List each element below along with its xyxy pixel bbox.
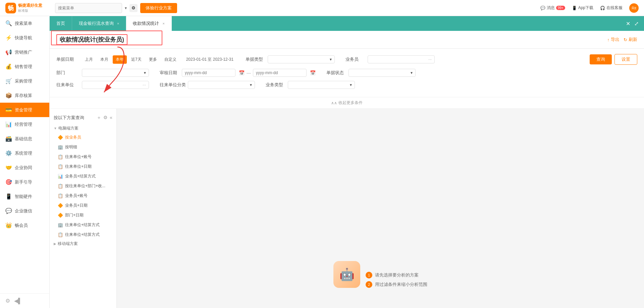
tab-home[interactable]: 首页	[50, 16, 72, 31]
tab-bank-flow-close[interactable]: ×	[117, 21, 119, 25]
review-date-label: 审核日期	[160, 70, 180, 76]
salesperson-select[interactable]: ···	[368, 55, 435, 63]
salesperson-account-icon: 📋	[58, 193, 63, 198]
dept-date-icon: 🔶	[58, 213, 63, 218]
partner-category-filter: 往来单位分类 ▾	[160, 81, 255, 89]
panel-add-button[interactable]: ＋	[97, 115, 101, 121]
tab-close-all-icon[interactable]: ✕	[626, 20, 630, 27]
sidebar-item-label: 基础信息	[15, 136, 32, 142]
partner-category-select[interactable]: ▾	[188, 81, 255, 89]
sidebar-item-cooperation[interactable]: 🤝 企业协同	[0, 160, 49, 175]
collapse-button[interactable]: ∧∧ 收起更多条件	[331, 100, 363, 106]
date-tab-this-month[interactable]: 本月	[97, 55, 111, 64]
panel-item-by-salesperson[interactable]: 🔶 按业务员	[50, 133, 116, 142]
search-input[interactable]	[55, 3, 122, 13]
collapse-area: ∧∧ 收起更多条件	[50, 97, 644, 109]
panel-item-partner-date[interactable]: 📋 往来单位+日期	[50, 162, 116, 171]
date-tab-7days[interactable]: 近7天	[128, 55, 145, 64]
sidebar-collapse-icon[interactable]: ◀▌	[14, 298, 22, 304]
main-content: 首页 现金银行流水查询 × 收款情况统计 × ✕ ⤢ 收款情况统计(按业务员) …	[50, 16, 644, 308]
panel-item-dept-date[interactable]: 🔶 部门+日期	[50, 210, 116, 220]
filter-row-3: 往来单位 ··· 往来单位分类 ▾ 业务类型 ▾	[56, 81, 637, 89]
doc-status-label: 单据状态	[326, 70, 346, 76]
query-button[interactable]: 查询	[590, 54, 612, 64]
partner-dept-icon: 📋	[58, 184, 63, 189]
export-button[interactable]: ↑ 导出	[607, 37, 620, 43]
tab-receipt-stats[interactable]: 收款情况统计 ×	[126, 16, 171, 31]
sidebar-item-label: 采购管理	[15, 78, 32, 84]
sales-icon: 💰	[5, 63, 12, 70]
tab-bank-flow[interactable]: 现金银行流水查询 ×	[72, 16, 126, 31]
sidebar-item-vip[interactable]: 👑 畅会员	[0, 218, 49, 233]
partner-settlement3-icon: 📋	[58, 232, 63, 237]
refresh-button[interactable]: ↻ 刷新	[624, 37, 637, 43]
sidebar-item-system[interactable]: ⚙️ 系统管理	[0, 146, 49, 160]
date-range-text: 2023-01-01 至 2023-12-31	[186, 57, 233, 62]
filter-row-2: 部门 ▾ 审核日期 📅 — 📅 单据状态 ▾	[56, 69, 637, 77]
review-date-to[interactable]	[253, 69, 307, 77]
doc-type-select[interactable]: ▾	[268, 55, 335, 63]
message-action[interactable]: 💬 消息 99+	[540, 5, 565, 11]
chevron-down-icon: ▼	[54, 126, 57, 130]
header-nav-dropdown[interactable]: ▾	[125, 6, 127, 10]
tab-receipt-stats-close[interactable]: ×	[162, 21, 164, 25]
date-tab-custom[interactable]: 自定义	[161, 55, 179, 64]
sidebar-item-basic-info[interactable]: 🗃️ 基础信息	[0, 132, 49, 146]
panel-item-salesperson-account[interactable]: 📋 业务员+账号	[50, 191, 116, 201]
doc-status-filter: 单据状态 ▾	[326, 69, 416, 77]
date-tab-more[interactable]: 更多	[146, 55, 160, 64]
partner-select[interactable]: ···	[82, 81, 149, 89]
page-title-bar: 收款情况统计(按业务员) ↑ 导出 ↻ 刷新	[50, 31, 644, 49]
panel-settings-button[interactable]: ⚙	[103, 115, 108, 121]
biz-type-select[interactable]: ▾	[288, 81, 355, 89]
sidebar-item-wechat[interactable]: 💬 企业微信	[0, 204, 49, 218]
calendar-icon-to[interactable]: 📅	[310, 70, 316, 75]
panel-item-sales-settlement[interactable]: 📊 业务员+结算方式	[50, 171, 116, 181]
app-download-action[interactable]: 📱 App下载	[572, 5, 593, 11]
panel-item-salesperson-date[interactable]: 🔶 业务员+日期	[50, 201, 116, 210]
panel-item-partner-settlement2[interactable]: 🏢 往来单位+结算方式	[50, 220, 116, 230]
panel-item-partner-settlement3[interactable]: 📋 往来单位+结算方式	[50, 230, 116, 240]
calendar-icon-from[interactable]: 📅	[239, 70, 245, 75]
sidebar-item-finance[interactable]: 💳 资金管理	[0, 103, 49, 117]
refresh-icon: ↻	[624, 37, 627, 42]
sidebar-item-label: 企业微信	[15, 208, 32, 214]
doc-type-filter: 单据类型 ▾	[246, 55, 335, 63]
tab-expand-icon[interactable]: ⤢	[634, 20, 639, 27]
sidebar-item-hardware[interactable]: 📱 智能硬件	[0, 189, 49, 204]
empty-hints: 1 请先选择要分析的方案 2 用过滤条件来缩小分析范围	[366, 272, 427, 288]
sidebar-item-inventory[interactable]: 📦 库存核算	[0, 88, 49, 103]
online-service-action[interactable]: 🎧 在线客服	[600, 5, 623, 11]
panel-item-partner-dept-receipt[interactable]: 📋 按往来单位+部门+收...	[50, 181, 116, 191]
sidebar-item-operations[interactable]: 📊 经营管理	[0, 117, 49, 132]
logo-icon: 畅	[5, 3, 16, 13]
hint-text-1: 请先选择要分析的方案	[375, 272, 419, 278]
sidebar-item-guide[interactable]: 🎯 新手引导	[0, 175, 49, 189]
sidebar-item-label: 快捷导航	[15, 35, 32, 41]
partner-more-btn[interactable]: ···	[143, 83, 146, 87]
sidebar-item-search-menu[interactable]: 🔍 搜索菜单	[0, 16, 49, 31]
set-button[interactable]: 设置	[614, 54, 637, 65]
panel-group-mobile[interactable]: ▶ 移动端方案	[50, 240, 116, 248]
sidebar-item-quick-nav[interactable]: ⚡ 快捷导航	[0, 31, 49, 45]
sidebar-item-purchase[interactable]: 🛒 采购管理	[0, 74, 49, 88]
trial-button[interactable]: 体验行业方案	[140, 3, 177, 13]
sidebar-settings-icon[interactable]: ⚙	[5, 298, 10, 304]
gear-icon[interactable]: ⚙	[129, 4, 138, 12]
sidebar-item-marketing[interactable]: 📢 营销推广	[0, 45, 49, 59]
hint-number-2: 2	[366, 281, 372, 288]
panel-collapse-button[interactable]: «	[110, 115, 112, 121]
sidebar-item-label: 经营管理	[15, 121, 32, 127]
date-tab-last-month[interactable]: 上月	[82, 55, 96, 64]
purchase-icon: 🛒	[5, 78, 12, 84]
sidebar-item-sales[interactable]: 💰 销售管理	[0, 59, 49, 74]
user-avatar[interactable]: Rit	[629, 3, 639, 13]
panel-item-mingxi[interactable]: 🏢 按明细	[50, 142, 116, 152]
review-date-from[interactable]	[182, 69, 235, 77]
doc-status-select[interactable]: ▾	[348, 69, 416, 77]
date-tab-this-year[interactable]: 本年	[113, 55, 127, 64]
dept-select[interactable]: ▾	[82, 69, 149, 77]
sidebar-item-label: 畅会员	[15, 222, 28, 228]
panel-group-desktop[interactable]: ▼ 电脑端方案	[50, 124, 116, 133]
panel-item-partner-account[interactable]: 📋 往来单位+账号	[50, 152, 116, 162]
